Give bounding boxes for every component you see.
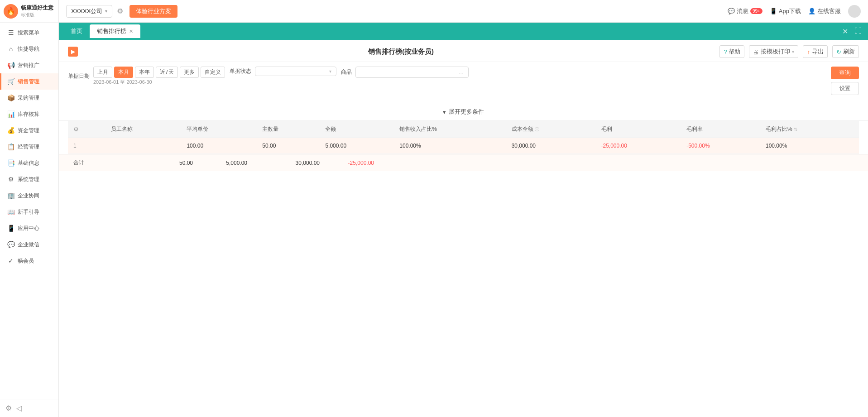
export-label: 导出 xyxy=(812,48,824,56)
window-maximize-button[interactable]: ⛶ xyxy=(853,25,863,37)
col-main-qty: 主数量 xyxy=(257,121,320,138)
refresh-label: 刷新 xyxy=(843,48,855,56)
sidebar-item-purchase[interactable]: 📦 采购管理 xyxy=(0,90,58,106)
cell-name-0 xyxy=(106,138,181,154)
message-icon: 💬 xyxy=(728,8,735,14)
sidebar-icon-basic: 📑 xyxy=(7,159,15,167)
message-badge: 99+ xyxy=(750,8,762,14)
sidebar-item-wechat[interactable]: 💬 企业微信 xyxy=(0,236,58,253)
cell-cost-0: 30,000.00 xyxy=(506,138,596,154)
table-settings-icon[interactable]: ⚙ xyxy=(73,126,79,133)
sidebar-logo: 🔥 畅康通好生意 标准版 xyxy=(0,0,58,23)
sidebar-label-marketing: 营销推广 xyxy=(18,62,39,69)
sidebar-collapse-icon[interactable]: ◁ xyxy=(16,404,22,412)
logo-main: 畅康通好生意 xyxy=(21,4,53,12)
query-button[interactable]: 查询 xyxy=(831,67,859,79)
col-settings[interactable]: ⚙ xyxy=(68,121,106,138)
logo-text: 畅康通好生意 标准版 xyxy=(21,4,53,18)
window-close-button[interactable]: ✕ xyxy=(840,25,850,38)
status-select[interactable]: ▾ xyxy=(255,67,336,76)
app-download-button[interactable]: 📱 App下载 xyxy=(770,7,801,15)
sidebar-icon-system: ⚙ xyxy=(7,175,15,183)
sidebar-footer: ⚙ ◁ xyxy=(0,399,58,417)
col-gross: 毛利 xyxy=(596,121,681,138)
sidebar-item-member[interactable]: ✓ 畅会员 xyxy=(0,253,58,269)
message-label: 消息 xyxy=(737,7,748,15)
date-btn-custom[interactable]: 自定义 xyxy=(201,67,225,78)
sidebar-settings-icon[interactable]: ⚙ xyxy=(5,404,12,412)
tab-home[interactable]: 首页 xyxy=(63,24,90,38)
sidebar-item-shortcut[interactable]: ⌂ 快捷导航 xyxy=(0,41,58,57)
service-label: 在线客服 xyxy=(817,7,841,15)
goods-filter-label: 商品 xyxy=(341,68,352,76)
table-wrapper: ⚙ 员工名称 平均单价 主数量 全额 销售收入占比% 成本全额 ⓘ 毛利 毛利率… xyxy=(59,121,868,154)
refresh-button[interactable]: ↻ 刷新 xyxy=(832,45,859,58)
company-selector[interactable]: XXXXX公司 ▾ xyxy=(66,5,112,18)
topbar: XXXXX公司 ▾ ⚙ 体验行业方案 💬 消息 99+ 📱 App下载 👤 在线… xyxy=(59,0,868,23)
print-button[interactable]: 🖨 按模板打印 ▾ xyxy=(749,45,798,58)
filter-main-row: 单据日期 上月 本月 本年 近7天 更多 自定义 20 xyxy=(59,62,868,100)
filter-expand-button[interactable]: ▾ 展开更多条件 xyxy=(443,105,484,119)
date-btn-this-month[interactable]: 本月 xyxy=(114,67,133,78)
gross-pct-sort-icon[interactable]: ⇅ xyxy=(794,127,797,132)
logo-icon: 🔥 xyxy=(4,4,18,19)
filter-expand-wrapper: ▾ 展开更多条件 xyxy=(59,100,868,121)
sidebar-item-enterprise[interactable]: 🏢 企业协同 xyxy=(0,187,58,204)
help-button[interactable]: ? 帮助 xyxy=(719,45,744,58)
footer-cost: 30,000.00 xyxy=(283,160,320,166)
date-btn-more[interactable]: 更多 xyxy=(180,67,199,78)
cell-gross-0: -25,000.00 xyxy=(596,138,681,154)
help-icon: ? xyxy=(724,48,727,55)
date-btn-this-year[interactable]: 本年 xyxy=(135,67,154,78)
cell-gross-pct-0: 100.00% xyxy=(760,138,859,154)
date-btn-7days[interactable]: 近7天 xyxy=(156,67,178,78)
status-chevron-icon: ▾ xyxy=(329,69,331,74)
message-button[interactable]: 💬 消息 99+ xyxy=(728,7,762,15)
cost-info-icon: ⓘ xyxy=(535,127,539,132)
sidebar-item-basic[interactable]: 📑 基础信息 xyxy=(0,155,58,171)
export-button[interactable]: ↑ 导出 xyxy=(803,45,828,58)
online-service-button[interactable]: 👤 在线客服 xyxy=(808,7,841,15)
date-filter-label: 单据日期 xyxy=(68,72,90,80)
sidebar-item-operations[interactable]: 📋 经营管理 xyxy=(0,139,58,155)
col-gross-pct: 毛利占比% ⇅ xyxy=(760,121,859,138)
cell-avg-price-0: 100.00 xyxy=(181,138,257,154)
date-filter-options: 上月 本月 本年 近7天 更多 自定义 2023-06-01 至 2023-06… xyxy=(93,67,225,86)
sidebar-label-guide: 新手引导 xyxy=(18,208,39,216)
sidebar-item-search[interactable]: ☰ 搜索菜单 xyxy=(0,24,58,41)
date-btn-last-month[interactable]: 上月 xyxy=(93,67,112,78)
topbar-gear-icon[interactable]: ⚙ xyxy=(117,7,123,15)
sidebar-icon-apps: 📱 xyxy=(7,224,15,232)
page-title: 销售排行榜(按业务员) xyxy=(368,48,434,56)
company-chevron-icon: ▾ xyxy=(105,9,107,14)
tab-sales-rank-close-icon[interactable]: ✕ xyxy=(129,29,133,34)
user-avatar[interactable] xyxy=(848,5,861,18)
sidebar-icon-purchase: 📦 xyxy=(7,94,15,102)
data-table: ⚙ 员工名称 平均单价 主数量 全额 销售收入占比% 成本全额 ⓘ 毛利 毛利率… xyxy=(68,121,859,154)
sidebar-label-finance: 资金管理 xyxy=(18,127,39,134)
trial-button[interactable]: 体验行业方案 xyxy=(129,5,177,18)
filter-status-group: 单据状态 ▾ xyxy=(230,67,336,76)
footer-gross: -25,000.00 xyxy=(338,160,374,166)
date-options-row: 上月 本月 本年 近7天 更多 自定义 xyxy=(93,67,225,78)
sidebar-item-inventory[interactable]: 📊 库存核算 xyxy=(0,106,58,122)
collapse-button[interactable]: ▶ xyxy=(68,47,78,57)
sidebar-label-wechat: 企业微信 xyxy=(18,241,39,249)
sidebar-icon-enterprise: 🏢 xyxy=(7,192,15,200)
tab-sales-rank-label: 销售排行榜 xyxy=(97,27,126,35)
cell-amount-0: 5,000.00 xyxy=(320,138,394,154)
goods-input[interactable]: ... xyxy=(355,67,469,78)
expand-label: 展开更多条件 xyxy=(449,108,484,116)
print-icon: 🖨 xyxy=(753,48,759,55)
sidebar-item-sales[interactable]: 🛒 销售管理 xyxy=(0,73,58,90)
goods-more-icon[interactable]: ... xyxy=(459,69,464,76)
sidebar-item-finance[interactable]: 💰 资金管理 xyxy=(0,122,58,139)
sidebar-item-marketing[interactable]: 📢 营销推广 xyxy=(0,57,58,73)
sidebar-icon-search: ☰ xyxy=(7,29,15,37)
settings-button[interactable]: 设置 xyxy=(831,82,859,95)
tab-sales-rank[interactable]: 销售排行榜 ✕ xyxy=(90,24,140,38)
sidebar: 🔥 畅康通好生意 标准版 ☰ 搜索菜单 ⌂ 快捷导航 📢 营销推广 🛒 销售管理… xyxy=(0,0,59,417)
sidebar-item-system[interactable]: ⚙ 系统管理 xyxy=(0,171,58,187)
sidebar-item-apps[interactable]: 📱 应用中心 xyxy=(0,220,58,236)
sidebar-item-guide[interactable]: 📖 新手引导 xyxy=(0,204,58,220)
